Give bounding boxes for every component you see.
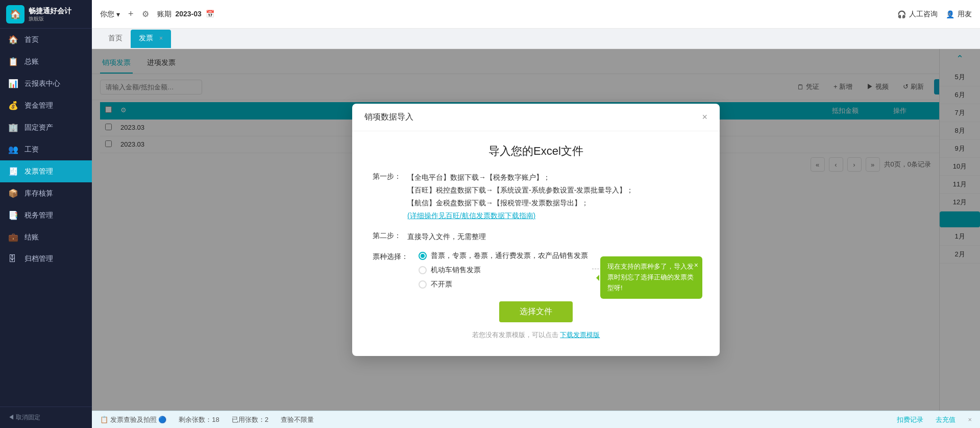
cloud-report-icon: 📊 <box>8 79 19 88</box>
modal-title: 销项数据导入 <box>364 112 413 123</box>
sidebar-logo: 🏠 畅捷通好会计 旗舰版 <box>0 0 92 29</box>
sidebar-item-payroll[interactable]: 👥 工资 <box>0 138 92 160</box>
remaining-count: 剩余张数：18 <box>179 415 219 424</box>
sidebar-item-fixed-assets[interactable]: 🏢 固定资产 <box>0 116 92 138</box>
consulting-button[interactable]: 🎧 人工咨询 <box>897 10 938 19</box>
modal-body: 导入您的Excel文件 第一步： 【全电平台】数据下载→【税务数字账户】； 【百… <box>352 131 720 356</box>
inventory-icon: 📦 <box>8 188 19 198</box>
logo-icon: 🏠 <box>6 5 24 23</box>
sidebar-item-archive[interactable]: 🗄 归档管理 <box>0 248 92 270</box>
sidebar-item-invoice[interactable]: 🧾 发票管理 <box>0 160 92 182</box>
invoice-icon: 🧾 <box>8 167 19 176</box>
baiwang-guide-link[interactable]: (详细操作见百旺/航信发票数据下载指南) <box>407 209 633 222</box>
archive-icon: 🗄 <box>8 254 19 264</box>
payroll-icon: 👥 <box>8 145 19 154</box>
headset-icon: 🎧 <box>897 10 906 18</box>
sidebar-item-fund[interactable]: 💰 资金管理 <box>0 94 92 116</box>
charge-record-link[interactable]: 扣费记录 <box>897 415 923 424</box>
download-hint: 若您没有发票模版，可以点击 下载发票模版 <box>373 330 699 340</box>
used-count: 已用张数：2 <box>232 415 268 424</box>
radio-circle-2 <box>419 266 427 274</box>
window-close-button[interactable]: × <box>941 6 958 22</box>
step2-content: 直接导入文件，无需整理 <box>407 230 486 243</box>
sidebar-item-ledger[interactable]: 📋 总账 <box>0 51 92 73</box>
tax-icon: 📑 <box>8 210 19 220</box>
sidebar-collapse-btn[interactable]: ◀ 取消固定 <box>0 407 92 428</box>
import-modal: 销项数据导入 × 导入您的Excel文件 第一步： 【全电平台】数据下载→【税务… <box>352 104 720 356</box>
content-tabs: 首页 发票 × <box>92 29 980 49</box>
radio-item-2[interactable]: 机动车销售发票 <box>419 266 588 275</box>
home-icon: 🏠 <box>8 35 19 44</box>
modal-overlay: 销项数据导入 × 导入您的Excel文件 第一步： 【全电平台】数据下载→【税务… <box>92 49 980 411</box>
ledger-icon: 📋 <box>8 57 19 66</box>
tooltip-connector: 现在支持的票种多了，导入发票时别忘了选择正确的发票类型呀! × <box>592 251 628 272</box>
period-label: 账期 2023-03 📅 <box>157 10 214 19</box>
page-content: 销项发票 进项发票 🗒 凭证 + 新增 ▶ 视频 ↺ 刷新 <box>92 49 980 411</box>
sidebar-item-tax[interactable]: 📑 税务管理 <box>0 204 92 226</box>
recharge-link[interactable]: 去充值 <box>936 415 955 424</box>
radio-circle-1 <box>419 252 427 260</box>
tooltip-close-button[interactable]: × <box>694 259 698 271</box>
tab-home[interactable]: 首页 <box>100 30 131 48</box>
radio-group: 普票，专票，卷票，通行费发票，农产品销售发票 机动车销售发票 不开票 <box>419 251 588 289</box>
tooltip-bubble: 现在支持的票种多了，导入发票时别忘了选择正确的发票类型呀! × <box>600 256 702 298</box>
ticket-label: 票种选择： <box>373 252 408 261</box>
step1-row: 第一步： 【全电平台】数据下载→【税务数字账户】； 【百旺】税控盘数据下载→【系… <box>373 171 699 223</box>
sidebar: 🏠 畅捷通好会计 旗舰版 🏠 首页 📋 总账 📊 云报表中心 💰 资金管理 🏢 … <box>0 0 92 428</box>
modal-main-title: 导入您的Excel文件 <box>373 144 699 159</box>
tab-invoice[interactable]: 发票 × <box>131 30 171 48</box>
fund-icon: 💰 <box>8 101 19 110</box>
check-limit: 查验不限量 <box>281 415 314 424</box>
bottom-bar-close[interactable]: × <box>968 416 972 423</box>
sidebar-item-cloud-report[interactable]: 📊 云报表中心 <box>0 73 92 94</box>
select-file-button[interactable]: 选择文件 <box>499 301 573 322</box>
company-selector[interactable]: 你您 ▾ <box>100 10 120 19</box>
topbar: 你您 ▾ + ⚙ 账期 2023-03 📅 🎧 人工咨询 👤 用友 × ⤢ <box>92 0 980 29</box>
settings-icon[interactable]: ⚙ <box>142 9 149 19</box>
fixed-assets-icon: 🏢 <box>8 123 19 132</box>
download-template-link[interactable]: 下载发票模版 <box>560 331 600 339</box>
sidebar-nav: 🏠 首页 📋 总账 📊 云报表中心 💰 资金管理 🏢 固定资产 👥 工资 🧾 发… <box>0 29 92 407</box>
add-tab-button[interactable]: + <box>128 9 134 19</box>
modal-close-button[interactable]: × <box>702 112 707 123</box>
invoice-check-label: 📋 发票查验及拍照 🔵 <box>100 415 166 424</box>
step1-label: 第一步： <box>373 172 403 181</box>
window-maximize-button[interactable]: ⤢ <box>960 6 976 22</box>
bottom-bar: 📋 发票查验及拍照 🔵 剩余张数：18 已用张数：2 查验不限量 扣费记录 去充… <box>92 411 980 428</box>
radio-item-1[interactable]: 普票，专票，卷票，通行费发票，农产品销售发票 <box>419 251 588 260</box>
window-controls: × ⤢ <box>941 0 980 29</box>
radio-item-3[interactable]: 不开票 <box>419 280 588 289</box>
logo-text: 畅捷通好会计 旗舰版 <box>29 6 71 22</box>
modal-header: 销项数据导入 × <box>352 104 720 131</box>
radio-circle-3 <box>419 280 427 289</box>
chevron-down-icon: ▾ <box>116 10 120 18</box>
ticket-section: 票种选择： 普票，专票，卷票，通行费发票，农产品销售发票 <box>373 251 699 289</box>
step1-content: 【全电平台】数据下载→【税务数字账户】； 【百旺】税控盘数据下载→【系统设置-系… <box>407 171 633 223</box>
calendar-icon[interactable]: 📅 <box>206 10 214 18</box>
sidebar-item-home[interactable]: 🏠 首页 <box>0 29 92 51</box>
step2-row: 第二步： 直接导入文件，无需整理 <box>373 230 699 243</box>
main-area: 你您 ▾ + ⚙ 账期 2023-03 📅 🎧 人工咨询 👤 用友 × ⤢ 首页… <box>92 0 980 428</box>
tab-invoice-close[interactable]: × <box>159 35 163 42</box>
sidebar-item-inventory[interactable]: 📦 库存核算 <box>0 182 92 204</box>
settle-icon: 💼 <box>8 232 19 242</box>
sidebar-item-settle[interactable]: 💼 结账 <box>0 226 92 248</box>
step2-label: 第二步： <box>373 231 403 241</box>
ticket-row: 票种选择： 普票，专票，卷票，通行费发票，农产品销售发票 <box>373 251 699 289</box>
